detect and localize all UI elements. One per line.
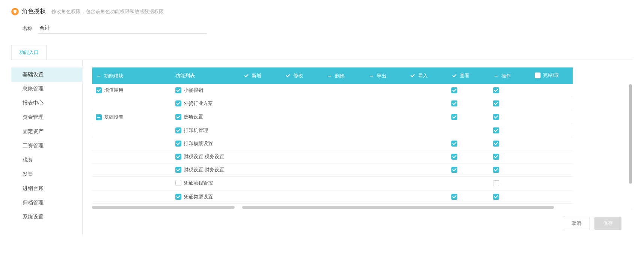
sidebar-item-10[interactable]: 系统设置 [11,210,82,224]
table-row: 外贸行业方案 [92,97,573,110]
header-operate-label: 操作 [501,73,511,79]
row-8-operate-checkbox[interactable] [493,194,499,200]
shield-icon [11,8,19,15]
header-checkbox-edit[interactable] [285,73,291,79]
row-func-label: 财税设置-税务设置 [184,153,224,160]
page-header: 角色授权 修改角色权限，包含该角色功能权限和敏感数据权限 [11,7,633,15]
header-func-label: 功能列表 [175,73,195,78]
row-func-label: 凭证流程管控 [184,180,213,186]
row-3-func-checkbox[interactable] [175,127,181,133]
row-func-label: 财税设置-财务设置 [184,166,224,173]
table-row: 打印模版设置 [92,137,573,150]
header-checkbox-view[interactable] [451,73,457,79]
row-7-func-checkbox[interactable] [175,180,181,186]
row-func-label: 外贸行业方案 [184,100,213,107]
row-8-view-checkbox[interactable] [451,194,457,200]
row-0-func-checkbox[interactable] [175,87,181,93]
sidebar-item-7[interactable]: 发票 [11,167,82,181]
table-row: 凭证类型设置 [92,190,573,204]
sidebar: 基础设置总账管理报表中心资金管理固定资产工资管理税务发票进销台账归档管理系统设置 [11,60,83,236]
header-import-label: 导入 [418,72,428,79]
header-checkbox-finish[interactable] [535,72,541,78]
sidebar-item-0[interactable]: 基础设置 [11,67,82,82]
header-checkbox-export[interactable] [368,73,374,79]
permission-table: 功能模块功能列表新增修改删除导出导入查看操作完结/取 增值应用小畅报销外贸行业方… [92,67,573,204]
footer: 取消 保存 [92,209,633,236]
table-row: 凭证流程管控 [92,177,573,190]
table-row: 财税设置-财务设置 [92,163,573,177]
header-checkbox-import[interactable] [410,73,416,79]
header-export-label: 导出 [377,73,386,79]
name-label: 名称 [23,25,32,32]
row-1-operate-checkbox[interactable] [493,100,499,106]
row-4-view-checkbox[interactable] [451,141,457,147]
row-0-module-checkbox[interactable] [96,87,102,93]
row-6-func-checkbox[interactable] [175,167,181,173]
row-module-label: 基础设置 [104,114,124,121]
row-6-operate-checkbox[interactable] [493,167,499,173]
header-checkbox-delete[interactable] [327,73,333,79]
main-panel: 功能模块功能列表新增修改删除导出导入查看操作完结/取 增值应用小畅报销外贸行业方… [83,60,633,236]
row-5-operate-checkbox[interactable] [493,154,499,160]
row-0-view-checkbox[interactable] [451,87,457,93]
horizontal-scrollbar[interactable] [92,206,633,209]
row-2-view-checkbox[interactable] [451,114,457,120]
row-1-func-checkbox[interactable] [175,100,181,106]
name-input[interactable] [38,23,207,34]
page-desc: 修改角色权限，包含该角色功能权限和敏感数据权限 [51,8,164,15]
row-2-module-checkbox[interactable] [96,114,102,120]
row-2-operate-checkbox[interactable] [493,114,499,120]
vertical-scrollbar[interactable] [629,84,632,184]
header-delete-label: 删除 [335,73,345,79]
header-checkbox-module[interactable] [96,73,102,79]
row-5-func-checkbox[interactable] [175,154,181,160]
row-2-func-checkbox[interactable] [175,114,181,120]
sidebar-item-3[interactable]: 资金管理 [11,110,82,124]
header-add-label: 新增 [252,72,261,79]
save-button[interactable]: 保存 [594,217,621,230]
row-func-label: 打印模版设置 [184,140,213,147]
row-4-func-checkbox[interactable] [175,141,181,147]
row-func-label: 凭证类型设置 [184,193,213,200]
row-5-view-checkbox[interactable] [451,154,457,160]
header-view-label: 查看 [460,72,469,79]
header-finish-label: 完结/取 [543,72,559,79]
row-0-operate-checkbox[interactable] [493,87,499,93]
row-7-operate-checkbox[interactable] [493,180,499,186]
row-4-operate-checkbox[interactable] [493,141,499,147]
table-row: 财税设置-税务设置 [92,150,573,163]
row-func-label: 选项设置 [184,114,203,120]
sidebar-item-6[interactable]: 税务 [11,153,82,167]
row-6-view-checkbox[interactable] [451,167,457,173]
header-checkbox-add[interactable] [243,73,249,79]
row-3-operate-checkbox[interactable] [493,127,499,133]
table-row: 增值应用小畅报销 [92,84,573,97]
page-title: 角色授权 [22,7,46,15]
sidebar-item-9[interactable]: 归档管理 [11,196,82,210]
sidebar-item-8[interactable]: 进销台账 [11,181,82,196]
row-module-label: 增值应用 [104,87,124,94]
table-row: 基础设置选项设置 [92,110,573,124]
tab-function-entry[interactable]: 功能入口 [11,45,47,60]
cancel-button[interactable]: 取消 [563,217,590,230]
table-wrapper[interactable]: 功能模块功能列表新增修改删除导出导入查看操作完结/取 增值应用小畅报销外贸行业方… [92,67,633,204]
row-8-func-checkbox[interactable] [175,194,181,200]
sidebar-item-1[interactable]: 总账管理 [11,82,82,96]
header-checkbox-operate[interactable] [493,73,499,79]
tabs: 功能入口 [11,45,633,60]
row-func-label: 小畅报销 [184,87,203,94]
row-func-label: 打印机管理 [184,127,208,134]
sidebar-item-2[interactable]: 报表中心 [11,96,82,110]
name-row: 名称 [23,23,633,34]
header-edit-label: 修改 [293,72,303,79]
sidebar-item-5[interactable]: 工资管理 [11,139,82,153]
header-module-label: 功能模块 [104,73,124,79]
sidebar-item-4[interactable]: 固定资产 [11,124,82,139]
table-row: 打印机管理 [92,124,573,137]
row-1-view-checkbox[interactable] [451,100,457,106]
